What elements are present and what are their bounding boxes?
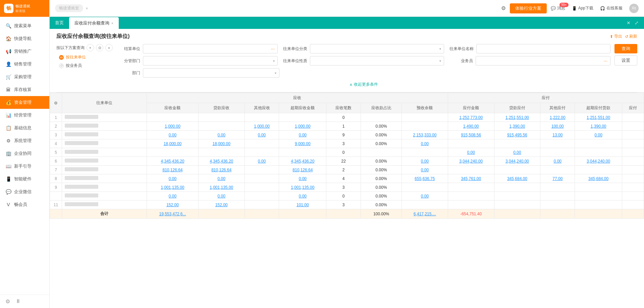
scheme-collapse-button[interactable]: « xyxy=(105,44,113,51)
filter-dept: 分管部门 ▾ xyxy=(117,56,278,65)
tab-close-icon[interactable]: × xyxy=(111,21,113,25)
scheme-settings-button[interactable]: ⊙ xyxy=(96,44,103,51)
inventory-icon: 🏛 xyxy=(5,87,11,92)
sidebar-footer: ⚙ ⏸ xyxy=(0,295,49,308)
total-receivable-ratio: 100.00% xyxy=(361,209,402,219)
promo-button[interactable]: 体验行业方案 xyxy=(510,3,547,13)
sidebar-item-basic[interactable]: 📋 基础信息 xyxy=(0,122,49,134)
tab-current[interactable]: 应收应付余额查询 × xyxy=(69,17,119,29)
sidebar-item-wechat[interactable]: 💬 企业微信 xyxy=(0,185,49,198)
partner-nature-input[interactable]: ▾ xyxy=(310,56,444,65)
query-button[interactable]: 查询 xyxy=(614,44,637,53)
filter-action-buttons: 查询 设置 xyxy=(614,44,637,65)
sidebar-item-vip[interactable]: V 畅会员 xyxy=(0,198,49,211)
filter-partner-category: 往来单位分类 ▾ xyxy=(283,44,444,53)
th-payable-extra: 应付 xyxy=(622,103,644,113)
top-bar-right: 💬 消息 99+ 📱 App下载 🎧 在线客服 Rit xyxy=(551,4,639,13)
sidebar-item-operations[interactable]: 📊 经营管理 xyxy=(0,109,49,122)
table-row: 21,000.001,000.001,000.0010.00%1,490.001… xyxy=(50,122,644,131)
scheme-inactive-dot: ⏱ xyxy=(59,63,64,68)
salesperson-input[interactable]: ··· xyxy=(476,56,610,65)
app-icon: 📱 xyxy=(572,6,577,11)
th-payable-amount: 应付金额 xyxy=(448,103,494,113)
department-label: 部门 xyxy=(117,70,140,76)
settlement-unit-label: 结算单位 xyxy=(117,46,140,52)
settlement-unit-input[interactable]: ··· xyxy=(143,44,278,53)
user-menu[interactable]: Rit xyxy=(629,4,639,13)
notification-button[interactable]: 💬 消息 99+ xyxy=(551,5,565,11)
total-prepaid-balance: 6,417,215.... xyxy=(401,209,448,219)
collapse-more-button[interactable]: ∧ 收起更多条件 xyxy=(117,80,610,89)
logo-icon: 畅 xyxy=(4,4,13,13)
sidebar-item-hardware[interactable]: 📱 智能硬件 xyxy=(0,173,49,185)
sidebar-item-purchase[interactable]: 🛒 采购管理 xyxy=(0,71,49,83)
sidebar-item-finance[interactable]: 💰 资金管理 xyxy=(0,96,49,109)
department-input[interactable]: ▾ xyxy=(143,68,279,78)
table-row: 11152.00152.00101.0030.00% xyxy=(50,201,644,209)
setting-button[interactable]: 设置 xyxy=(614,55,637,65)
partner-name-input[interactable] xyxy=(476,44,610,53)
total-overdue-receivable xyxy=(279,209,326,219)
settings-icon[interactable]: ⚙ xyxy=(5,298,10,305)
partner-category-input[interactable]: ▾ xyxy=(310,44,444,53)
total-other-payable xyxy=(540,209,575,219)
app-download-button[interactable]: 📱 App下载 xyxy=(572,5,593,11)
scheme-dot-icon: W xyxy=(60,56,63,59)
sidebar-item-sales[interactable]: 👤 销售管理 xyxy=(0,58,49,71)
total-partner-label: 合计 xyxy=(62,209,147,219)
scheme-dot2-icon: ⏱ xyxy=(60,64,63,68)
total-label xyxy=(50,209,62,219)
partner-category-chevron-icon: ▾ xyxy=(439,47,441,51)
system-icon: ⚙ xyxy=(5,138,11,143)
sidebar: 畅 畅捷通赋 标准版 🔍 搜索菜单 🏠 快捷导航 📢 营销推广 👤 销售管理 xyxy=(0,0,50,308)
scheme-by-salesperson[interactable]: ⏱ 按业务员 xyxy=(56,62,113,70)
sidebar-item-inventory[interactable]: 🏛 库存核算 xyxy=(0,83,49,96)
partner-nature-label: 往来单位性质 xyxy=(283,58,307,64)
window-close-icon[interactable]: ✕ xyxy=(627,20,631,26)
online-service-button[interactable]: 🎧 在线客服 xyxy=(600,5,623,11)
filter-settlement-unit: 结算单位 ··· xyxy=(117,44,278,53)
sidebar-item-guide[interactable]: 📖 新手引导 xyxy=(0,160,49,173)
tab-home[interactable]: 首页 xyxy=(50,17,69,29)
table-settings-icon[interactable]: ⚙ xyxy=(54,101,58,105)
breadcrumb-text: 畅捷通账套 xyxy=(55,4,83,12)
collapse-icon[interactable]: ⏸ xyxy=(15,298,21,305)
filter-partner-nature: 往来单位性质 ▾ xyxy=(283,56,444,65)
partner-cell xyxy=(62,201,147,209)
partner-name-label: 往来单位名称 xyxy=(449,46,474,52)
partner-cell xyxy=(62,131,147,139)
th-settings: ⚙ xyxy=(50,93,62,113)
export-button[interactable]: ⬆ 导出 xyxy=(610,34,622,39)
window-maximize-icon[interactable]: ⤢ xyxy=(635,20,639,26)
th-loan-payable: 贷款应付 xyxy=(494,103,540,113)
sidebar-item-system[interactable]: ⚙ 系统管理 xyxy=(0,134,49,147)
sidebar-item-quicknav[interactable]: 🏠 快捷导航 xyxy=(0,32,49,45)
th-prepaid-balance: 预收余额 xyxy=(401,103,448,113)
th-receivable-count: 应收笔数 xyxy=(326,103,361,113)
scheme-active-dot: W xyxy=(59,55,64,60)
total-other-receivable xyxy=(245,209,279,219)
dept-input[interactable]: ▾ xyxy=(143,56,278,65)
scheme-by-partner[interactable]: W 按往来单位 xyxy=(56,53,113,61)
search-menu-icon: 🔍 xyxy=(5,23,11,29)
tab-bar: 首页 应收应付余额查询 × ✕ ⤢ xyxy=(50,17,644,29)
add-scheme-button[interactable]: + xyxy=(87,44,94,51)
table-row: 30.000.000.000.0090.00%2,153,333.00915,5… xyxy=(50,131,644,139)
main-area: 畅捷通账套 ▾ ⚙ 体验行业方案 💬 消息 99+ 📱 App下载 🎧 在线客服 xyxy=(50,0,644,308)
sidebar-item-marketing[interactable]: 📢 营销推广 xyxy=(0,45,49,58)
total-overdue-payable xyxy=(575,209,622,219)
sidebar-item-enterprise[interactable]: 🏢 企业协同 xyxy=(0,147,49,160)
filter-partner-name: 往来单位名称 xyxy=(449,44,610,53)
total-payable-amount: -654,751.40 xyxy=(448,209,494,219)
top-bar-gear-icon[interactable]: ⚙ xyxy=(501,5,506,11)
guide-icon: 📖 xyxy=(5,164,11,169)
total-receivable-count xyxy=(326,209,361,219)
salesperson-label: 业务员 xyxy=(449,58,473,64)
dept-label: 分管部门 xyxy=(117,58,140,64)
sidebar-item-search[interactable]: 🔍 搜索菜单 xyxy=(0,19,49,32)
home-icon: 🏠 xyxy=(5,36,11,41)
partner-cell xyxy=(62,148,147,157)
dept-chevron-icon: ▾ xyxy=(273,59,275,63)
refresh-button[interactable]: ↺ 刷新 xyxy=(625,34,637,39)
content: 应收应付余额查询(按往来单位) ⬆ 导出 ↺ 刷新 xyxy=(50,29,644,308)
